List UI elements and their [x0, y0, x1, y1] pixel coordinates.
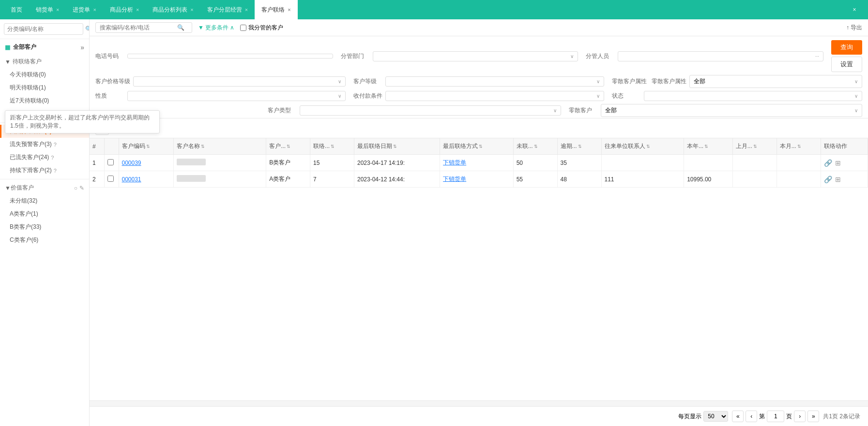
query-button[interactable]: 查询: [831, 40, 862, 55]
cell-code-1[interactable]: 000039: [119, 155, 173, 171]
close-product-analysis-icon[interactable]: ×: [136, 7, 139, 13]
gender-select[interactable]: ∨: [127, 91, 346, 101]
col-overdue[interactable]: 逾期...⇅: [557, 138, 601, 155]
export-button[interactable]: ↑ 导出: [846, 24, 862, 32]
nav-purchase-order[interactable]: 进货单 ×: [66, 0, 103, 19]
my-customers-checkbox[interactable]: [240, 25, 246, 31]
retail-customer-select[interactable]: 全部 ∨: [601, 104, 862, 117]
price-level-select[interactable]: ∨: [133, 76, 346, 87]
manager-select[interactable]: ···: [618, 51, 823, 61]
main-search-icon[interactable]: 🔍: [177, 24, 184, 31]
col-last-contact-method[interactable]: 最后联络方式⇅: [440, 138, 514, 155]
sidebar-collapse-button[interactable]: »: [80, 44, 84, 51]
sidebar-item-churn-warning[interactable]: 流失预警客户(3) ?: [0, 138, 89, 151]
customer-code-link-2[interactable]: 000031: [122, 176, 141, 183]
close-customer-contact-icon[interactable]: ×: [288, 7, 290, 13]
churned-info-icon[interactable]: ?: [51, 155, 54, 161]
close-purchase-order-icon[interactable]: ×: [93, 7, 96, 13]
col-contact-count[interactable]: 联络...⇅: [310, 138, 354, 155]
nav-customer-tier[interactable]: 客户分层经营 ×: [200, 0, 255, 19]
more-action-icon-2[interactable]: ⊞: [835, 176, 841, 183]
sidebar-item-7days[interactable]: 近7天待联络(0): [0, 94, 89, 107]
close-product-analysis-list-icon[interactable]: ×: [190, 7, 193, 13]
sidebar-item-churned[interactable]: 已流失客户(24) ?: [0, 151, 89, 164]
col-code[interactable]: 客户编码⇅: [119, 138, 173, 155]
sort-level-icon[interactable]: ⇅: [287, 144, 290, 149]
col-name[interactable]: 客户名称⇅: [173, 138, 266, 155]
retail-attr-select[interactable]: 全部 ∨: [689, 75, 862, 88]
sort-code-icon[interactable]: ⇅: [146, 144, 150, 149]
churn-warning-info-icon[interactable]: ?: [54, 142, 57, 147]
col-current-month[interactable]: 本月...⇅: [777, 138, 821, 155]
value-group-circle-icon[interactable]: ○: [74, 185, 77, 191]
next-page-button[interactable]: ›: [794, 411, 806, 422]
col-last-contact-date[interactable]: 最后联络日期⇅: [354, 138, 440, 155]
sort-partner-icon[interactable]: ⇅: [646, 144, 650, 149]
customer-type-select[interactable]: ∨: [300, 105, 561, 116]
customer-code-link-1[interactable]: 000039: [122, 160, 141, 166]
close-sales-order-icon[interactable]: ×: [56, 7, 59, 13]
last-page-button[interactable]: »: [807, 411, 819, 422]
payment-select[interactable]: ∨: [385, 91, 604, 101]
sidebar-item-a-class[interactable]: A类客户(1): [0, 207, 89, 220]
sort-method-icon[interactable]: ⇅: [479, 144, 483, 149]
declining-info-icon[interactable]: ?: [54, 168, 57, 174]
close-customer-tier-icon[interactable]: ×: [245, 7, 248, 13]
per-page-select[interactable]: 20 50 100 200: [703, 411, 728, 422]
sort-date-icon[interactable]: ⇅: [393, 144, 397, 149]
col-level[interactable]: 客户...⇅: [266, 138, 310, 155]
window-close-button[interactable]: ×: [845, 0, 864, 19]
sort-uncontacted-icon[interactable]: ⇅: [534, 144, 538, 149]
value-group-edit-icon[interactable]: ✎: [79, 185, 84, 191]
main-search-input[interactable]: [100, 24, 177, 31]
nav-product-analysis-list[interactable]: 商品分析列表 ×: [146, 0, 200, 19]
cell-method-2[interactable]: 下销货单: [440, 171, 514, 188]
sidebar-item-c-class[interactable]: C类客户(6): [0, 234, 89, 247]
sort-name-icon[interactable]: ⇅: [201, 144, 205, 149]
col-partner-contact[interactable]: 往来单位联系人⇅: [601, 138, 684, 155]
customer-level-select[interactable]: ∨: [385, 76, 604, 87]
dept-select[interactable]: ∨: [373, 51, 579, 61]
sidebar-group-value[interactable]: ▼ 价值客户 ○ ✎: [0, 181, 89, 194]
category-search-input[interactable]: [4, 23, 83, 35]
sort-contact-icon[interactable]: ⇅: [331, 144, 335, 149]
sidebar-item-declining[interactable]: 持续下滑客户(2) ?: [0, 164, 89, 177]
cell-method-1[interactable]: 下销货单: [440, 155, 514, 171]
sort-overdue-icon[interactable]: ⇅: [578, 144, 582, 149]
more-action-icon-1[interactable]: ⊞: [835, 159, 841, 167]
prev-page-button[interactable]: ‹: [746, 411, 757, 422]
sort-last-month-icon[interactable]: ⇅: [753, 144, 757, 149]
nav-customer-contact[interactable]: 客户联络 ×: [255, 0, 297, 19]
row-1-checkbox[interactable]: [107, 159, 114, 165]
contact-action-icon-2[interactable]: 🔗: [824, 176, 832, 183]
cell-checkbox-1[interactable]: [104, 155, 119, 171]
contact-method-link-2[interactable]: 下销货单: [443, 176, 466, 182]
first-page-button[interactable]: «: [732, 411, 744, 422]
sidebar-group-pending[interactable]: ▼ 待联络客户: [0, 55, 89, 68]
cell-code-2[interactable]: 000031: [119, 171, 173, 188]
my-customers-checkbox-wrap[interactable]: 我分管的客户: [240, 24, 283, 32]
cell-checkbox-2[interactable]: [104, 171, 119, 188]
nav-sales-order[interactable]: 销货单 ×: [29, 0, 66, 19]
sort-month-icon[interactable]: ⇅: [797, 144, 801, 149]
horizontal-scrollbar[interactable]: [90, 400, 868, 406]
contact-method-link-1[interactable]: 下销货单: [443, 159, 466, 166]
sidebar-item-today[interactable]: 今天待联络(0): [0, 68, 89, 81]
sort-year-icon[interactable]: ⇅: [704, 144, 708, 149]
phone-input[interactable]: [127, 54, 333, 59]
contact-action-icon-1[interactable]: 🔗: [824, 159, 832, 167]
row-2-checkbox[interactable]: [107, 176, 114, 182]
sidebar-item-tomorrow[interactable]: 明天待联络(1): [0, 81, 89, 94]
sidebar-item-b-class[interactable]: B类客户(33): [0, 220, 89, 234]
category-search-icon[interactable]: 🔍: [85, 26, 90, 32]
status-select[interactable]: ∨: [644, 91, 862, 101]
sidebar-item-ungrouped[interactable]: 未分组(32): [0, 194, 89, 207]
settings-button[interactable]: 设置: [831, 57, 862, 72]
col-last-month[interactable]: 上月...⇅: [732, 138, 777, 155]
more-conditions-button[interactable]: ▼ 更多条件 ∧: [198, 24, 234, 32]
nav-product-analysis[interactable]: 商品分析 ×: [103, 0, 146, 19]
col-uncontacted[interactable]: 未联...⇅: [513, 138, 557, 155]
page-number-input[interactable]: [767, 411, 784, 422]
nav-home[interactable]: 首页: [4, 0, 29, 19]
col-current-year[interactable]: 本年...⇅: [684, 138, 733, 155]
